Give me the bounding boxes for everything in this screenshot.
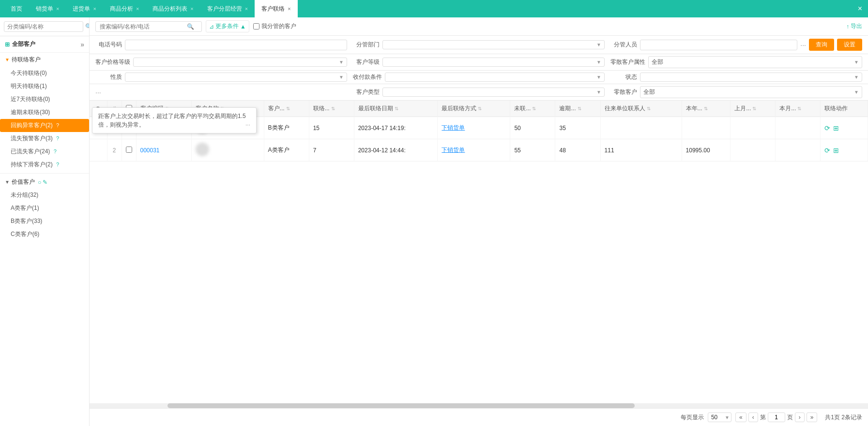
sidebar-item-7days[interactable]: 近7天待联络(0) [0,93,89,106]
main-search-input[interactable] [100,23,187,30]
query-btn[interactable]: 查询 [809,39,834,51]
customer-table-container: ⚙ # 客户编码⇅ 客户名称⇅ 客户...⇅ [90,101,868,403]
phone-input[interactable] [125,40,347,50]
dots-expand-icon[interactable]: ··· [95,88,101,96]
col-action: 联络动作 [821,101,868,117]
col-last-date[interactable]: 最后联络日期⇅ [354,101,438,117]
cust-type-label: 客户类型 [353,88,380,96]
retail-attr-label: 零散客户属性 [610,58,645,66]
retail-attr-select[interactable]: 全部 ▼ [648,56,862,68]
col-contact-count[interactable]: 联络...⇅ [309,101,354,117]
close-product-analysis[interactable]: × [136,6,139,12]
sidebar-item-b-class[interactable]: B类客户(33) [0,215,89,228]
nav-customer-contact[interactable]: 客户联络 × [255,0,297,17]
sidebar-value-group[interactable]: ▼ 价值客户 ○ ✎ [0,176,89,189]
sort-date-icon: ⇅ [395,106,398,111]
row-last-date-cell: 2023-04-12 14:44: [354,139,438,162]
next-page-btn[interactable]: › [795,412,805,422]
nav-product-analysis-list[interactable]: 商品分析列表 × [146,0,200,17]
nature-select[interactable]: ▼ [125,73,347,82]
settings-btn[interactable]: 设置 [837,39,862,51]
col-last-method[interactable]: 最后联络方式⇅ [438,101,510,117]
sidebar-search-input[interactable] [4,21,83,32]
my-customers-checkbox[interactable] [253,23,259,29]
action-link-icon[interactable]: ⟳ [824,124,830,132]
action-link-icon[interactable]: ⟳ [824,147,830,154]
sidebar-item-tomorrow[interactable]: 明天待联络(1) [0,80,89,93]
close-purchase-order[interactable]: × [93,6,96,12]
sidebar-item-churned[interactable]: 已流失客户(24) ? [0,145,89,158]
sidebar-item-churn-warning[interactable]: 流失预警客户(3) ? [0,132,89,145]
filter-customer-level: 客户等级 ▼ [353,56,605,68]
filter-panel-row4: ··· 客户类型 ▼ 零散客户 全部 ▼ [90,84,868,101]
col-overdue[interactable]: 逾期...⇅ [555,101,600,117]
sidebar-item-repurchase-abnormal[interactable]: 回购异常客户(2) ? [0,119,89,132]
sidebar-item-c-class[interactable]: C类客户(6) [0,228,89,241]
main-search-icon[interactable]: 🔍 [187,23,194,30]
page-number-input[interactable] [768,412,785,422]
close-customer-tier[interactable]: × [245,6,248,12]
nav-product-analysis[interactable]: 商品分析 × [103,0,146,17]
sidebar-search-icon[interactable]: 🔍 [85,23,90,30]
nav-sales-order[interactable]: 销货单 × [29,0,66,17]
edit-icons[interactable]: ○ ✎ [38,179,48,186]
row-settings-cell [90,139,107,162]
sidebar-all-customers-header[interactable]: ⊞ 全部客户 » [0,36,89,53]
close-product-analysis-list[interactable]: × [190,6,193,12]
cust-type-select[interactable]: ▼ [382,88,605,97]
page-info: 第 页 [760,412,793,422]
action-grid-icon[interactable]: ⊞ [833,124,839,132]
nature-label: 性质 [95,73,122,81]
nav-home[interactable]: 首页 [4,0,29,17]
nav-customer-tier[interactable]: 客户分层经营 × [200,0,255,17]
row-checkbox-cell[interactable] [122,139,136,162]
row-contact-count-cell: 15 [309,117,354,139]
col-this-month[interactable]: 本月...⇅ [776,101,821,117]
export-btn[interactable]: ↑ 导出 [846,22,862,30]
cust-level-select[interactable]: ▼ [382,58,605,67]
nav-purchase-order[interactable]: 进货单 × [66,0,103,17]
close-customer-contact[interactable]: × [288,6,290,12]
col-contact-person[interactable]: 往来单位联系人⇅ [600,101,682,117]
row-code-cell[interactable]: 000031 [136,139,191,162]
col-category[interactable]: 客户...⇅ [264,101,309,117]
row-last-method-cell[interactable]: 下销货单 [438,117,510,139]
sidebar-item-ungroup[interactable]: 未分组(32) [0,189,89,202]
dept-select[interactable]: ▼ [382,40,605,49]
last-page-btn[interactable]: » [807,412,818,422]
col-this-year[interactable]: 本年...⇅ [682,101,731,117]
sidebar-item-today[interactable]: 今天待联络(0) [0,67,89,80]
per-page-select[interactable]: 50 20 100 [708,412,731,422]
sidebar-pending-group[interactable]: ▼ 待联络客户 [0,53,89,67]
export-icon: ↑ [846,23,849,30]
sidebar-item-a-class[interactable]: A类客户(1) [0,202,89,215]
close-sales-order[interactable]: × [56,6,59,12]
row-name-cell [191,139,264,162]
sidebar-item-declining[interactable]: 持续下滑客户(2) ? [0,158,89,171]
filter-department: 分管部门 ▼ [353,39,605,51]
row-last-method-cell[interactable]: 下销货单 [438,139,510,162]
col-uncontacted[interactable]: 未联...⇅ [510,101,555,117]
manager-input[interactable] [640,40,797,50]
sidebar-item-overdue[interactable]: 逾期未联络(30) [0,106,89,119]
row-checkbox[interactable] [126,147,132,153]
action-grid-icon[interactable]: ⊞ [833,147,839,154]
row-category-cell: B类客户 [264,117,309,139]
retail-cust-select[interactable]: 全部 ▼ [640,86,862,98]
status-select[interactable]: ▼ [640,73,862,82]
prev-page-btn[interactable]: ‹ [748,412,758,422]
sidebar-collapse-btn[interactable]: » [80,41,84,48]
close-all-tabs[interactable]: × [858,4,862,13]
first-page-btn[interactable]: « [735,412,746,422]
row-category-cell: A类客户 [264,139,309,162]
row-overdue-cell: 48 [555,139,600,162]
payment-select[interactable]: ▼ [385,73,605,82]
my-customers-checkbox-label[interactable]: 我分管的客户 [253,22,296,30]
manager-dots-icon[interactable]: ··· [800,41,806,49]
horizontal-scrollbar[interactable] [90,403,868,408]
price-level-select[interactable]: ▼ [133,58,347,67]
more-conditions-btn[interactable]: ⊿ 更多条件 ▲ [206,20,249,32]
col-last-month[interactable]: 上月...⇅ [731,101,776,117]
scrollbar-thumb [168,403,635,408]
retail-cust-label: 零散客户 [610,88,637,96]
